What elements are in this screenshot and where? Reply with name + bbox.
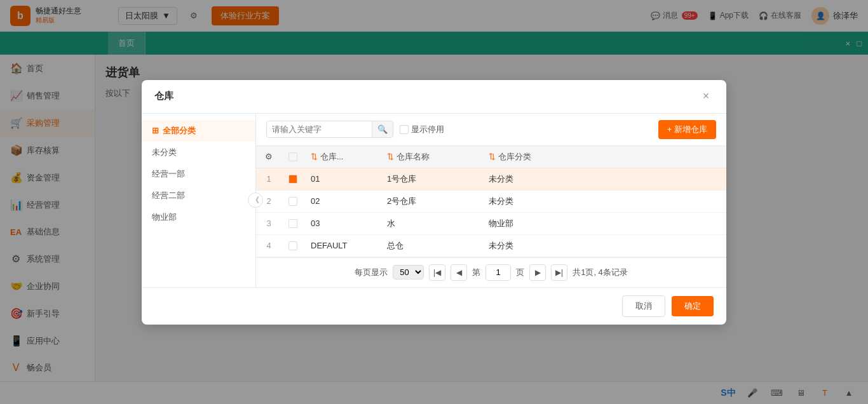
row-checkbox[interactable] (288, 197, 297, 206)
settings-icon[interactable]: ⚙ (265, 152, 273, 161)
row-num: 1 (256, 168, 281, 190)
row-checkbox[interactable] (288, 241, 297, 250)
search-box: 🔍 (266, 121, 393, 138)
checkbox-icon (400, 125, 409, 134)
row-name: 水 (381, 212, 482, 234)
modal-title: 仓库 (154, 90, 173, 102)
row-checkbox-cell (281, 190, 304, 212)
row-category: 未分类 (482, 234, 726, 257)
row-num: 3 (256, 212, 281, 234)
warehouse-table-wrap: ⚙ ⇅ 仓库... ⇅ (256, 146, 726, 257)
modal-right-panel: 🔍 显示停用 + 新增仓库 ⚙ (256, 114, 726, 287)
modal-toolbar: 🔍 显示停用 + 新增仓库 (256, 114, 726, 146)
col-checkbox (281, 146, 304, 168)
row-name: 2号仓库 (381, 190, 482, 212)
sort-icon3: ⇅ (489, 152, 496, 161)
warehouse-modal: 仓库 × ⊞ 全部分类 未分类 经营一部 经营二部 (142, 80, 726, 325)
category-item-1[interactable]: 经营一部 (142, 163, 255, 185)
row-checkbox-cell (281, 168, 304, 190)
page-label: 第 (472, 267, 480, 278)
row-code: 01 (304, 168, 381, 190)
category-label-3: 物业部 (152, 212, 177, 222)
category-all-label: 全部分类 (163, 125, 196, 137)
select-all-checkbox[interactable] (288, 152, 297, 161)
row-name: 1号仓库 (381, 168, 482, 190)
prev-page-button[interactable]: ◀ (451, 264, 467, 281)
row-checkbox-cell (281, 234, 304, 257)
modal-close-button[interactable]: × (698, 89, 714, 104)
last-page-button[interactable]: ▶| (551, 264, 567, 281)
confirm-button[interactable]: 确定 (672, 296, 714, 316)
category-item-0[interactable]: 未分类 (142, 142, 255, 163)
per-page-label: 每页显示 (355, 267, 388, 278)
category-item-3[interactable]: 物业部 (142, 206, 255, 228)
row-code: DEFAULT (304, 234, 381, 257)
table-row[interactable]: 4 DEFAULT 总仓 未分类 (256, 234, 726, 257)
category-label-0: 未分类 (152, 147, 177, 157)
search-button[interactable]: 🔍 (372, 121, 393, 137)
row-checkbox[interactable] (288, 219, 297, 228)
row-code: 02 (304, 190, 381, 212)
table-row[interactable]: 1 01 1号仓库 未分类 (256, 168, 726, 190)
col-settings: ⚙ (256, 146, 281, 168)
show-disabled-label: 显示停用 (411, 124, 444, 135)
grid-icon: ⊞ (152, 126, 159, 135)
category-all[interactable]: ⊞ 全部分类 (142, 120, 255, 142)
warehouse-table: ⚙ ⇅ 仓库... ⇅ (256, 146, 726, 257)
modal-footer: 取消 确定 (142, 287, 726, 325)
modal-left-panel: ⊞ 全部分类 未分类 经营一部 经营二部 物业部 《 (142, 114, 256, 287)
next-page-button[interactable]: ▶ (529, 264, 546, 281)
modal-header: 仓库 × (142, 80, 726, 114)
table-row[interactable]: 2 02 2号仓库 未分类 (256, 190, 726, 212)
show-disabled-checkbox[interactable]: 显示停用 (400, 124, 444, 135)
table-row[interactable]: 3 03 水 物业部 (256, 212, 726, 234)
search-input[interactable] (267, 121, 372, 137)
sort-icon: ⇅ (311, 152, 318, 161)
modal-overlay: 仓库 × ⊞ 全部分类 未分类 经营一部 经营二部 (0, 0, 868, 404)
row-category: 未分类 (482, 190, 726, 212)
col-name: ⇅ 仓库名称 (381, 146, 482, 168)
category-label-2: 经营二部 (152, 191, 185, 200)
col-category: ⇅ 仓库分类 (482, 146, 726, 168)
add-warehouse-button[interactable]: + 新增仓库 (658, 120, 716, 139)
row-num: 4 (256, 234, 281, 257)
category-label-1: 经营一部 (152, 169, 185, 178)
row-name: 总仓 (381, 234, 482, 257)
first-page-button[interactable]: |◀ (429, 264, 445, 281)
row-checkbox-cell (281, 212, 304, 234)
row-checkbox[interactable] (288, 175, 297, 184)
per-page-select[interactable]: 50 (393, 265, 424, 279)
collapse-button[interactable]: 《 (248, 192, 263, 208)
category-item-2[interactable]: 经营二部 (142, 185, 255, 206)
page-input[interactable] (485, 264, 511, 281)
pagination: 每页显示 50 |◀ ◀ 第 页 ▶ ▶| 共1页, 4条记录 (256, 257, 726, 287)
modal-body: ⊞ 全部分类 未分类 经营一部 经营二部 物业部 《 (142, 114, 726, 287)
page-unit: 页 (516, 267, 524, 278)
total-label: 共1页, 4条记录 (573, 267, 628, 278)
cancel-button[interactable]: 取消 (622, 295, 665, 317)
sort-icon2: ⇅ (387, 152, 394, 161)
row-code: 03 (304, 212, 381, 234)
row-category: 未分类 (482, 168, 726, 190)
row-category: 物业部 (482, 212, 726, 234)
col-code: ⇅ 仓库... (304, 146, 381, 168)
